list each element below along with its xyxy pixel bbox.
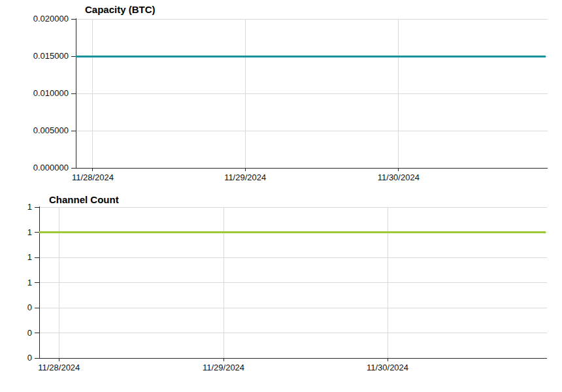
x-tick-label: 11/29/2024: [193, 363, 254, 373]
y-tick-label: 1: [0, 202, 32, 212]
dashboard-page: Capacity (BTC) 0.0200000.0150000.0100000…: [0, 0, 562, 392]
y-tick-label: 0: [0, 328, 32, 338]
channel-count-chart: Channel Count 111100011/28/202411/29/202…: [0, 0, 562, 392]
x-tick-label: 11/28/2024: [29, 363, 89, 373]
channel-count-chart-title: Channel Count: [49, 194, 119, 205]
y-tick-label: 0: [0, 353, 32, 363]
x-tick-label: 11/30/2024: [357, 363, 418, 373]
y-tick-label: 0: [0, 302, 32, 313]
y-tick-label: 1: [0, 252, 32, 263]
y-tick-label: 1: [0, 227, 32, 238]
y-tick-label: 1: [0, 278, 32, 288]
